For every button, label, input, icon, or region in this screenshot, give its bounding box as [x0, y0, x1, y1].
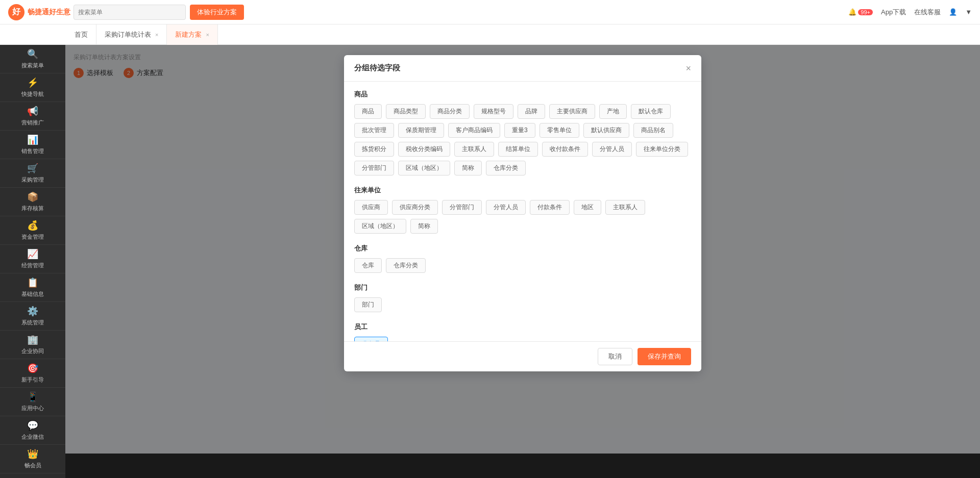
tab-purchase-stats-label: 采购订单统计表 — [105, 30, 151, 39]
chip-quality-mgmt[interactable]: 保质期管理 — [398, 123, 444, 138]
chip-mgmt-dept[interactable]: 分管部门 — [354, 161, 394, 175]
user-avatar[interactable]: 👤 — [949, 8, 957, 16]
sidebar-item-marketing-label: 营销推广 — [21, 119, 44, 127]
sidebar-item-guide[interactable]: 🎯 新手引导 — [0, 359, 65, 388]
chip-product-alias[interactable]: 商品别名 — [633, 123, 673, 138]
tab-new-scheme-close[interactable]: × — [206, 32, 209, 38]
chip-batch-mgmt[interactable]: 批次管理 — [354, 123, 394, 138]
section-transaction: 往来单位 供应商 供应商分类 分管部门 分管人员 付款条件 地区 主联系人 区域… — [354, 186, 691, 234]
modal-close-button[interactable]: × — [685, 64, 691, 73]
chip-wh-category[interactable]: 仓库分类 — [386, 258, 426, 273]
user-menu-toggle[interactable]: ▼ — [965, 8, 972, 16]
search-input[interactable] — [74, 5, 186, 20]
chip-commodity[interactable]: 商品 — [354, 104, 382, 119]
chip-tax-code[interactable]: 税收分类编码 — [398, 142, 450, 157]
sidebar-item-app-center[interactable]: 📱 应用中心 — [0, 388, 65, 416]
sidebar-item-search[interactable]: 🔍 搜索菜单 — [0, 45, 65, 73]
chip-brand[interactable]: 品牌 — [518, 104, 545, 119]
sidebar-item-wechat[interactable]: 💬 企业微信 — [0, 416, 65, 445]
section-product-chips: 商品 商品类型 商品分类 规格型号 品牌 主要供应商 产地 默认仓库 批次管理 … — [354, 104, 691, 175]
chip-primary-contact[interactable]: 主联系人 — [454, 142, 494, 157]
chip-short-name[interactable]: 简称 — [454, 161, 482, 175]
chip-manager[interactable]: 分管人员 — [592, 142, 632, 157]
sidebar-item-marketing[interactable]: 📢 营销推广 — [0, 102, 65, 131]
tab-new-scheme[interactable]: 新建方案 × — [167, 24, 217, 45]
chip-origin[interactable]: 产地 — [599, 104, 627, 119]
tab-home[interactable]: 首页 — [66, 24, 96, 45]
chip-customer-code[interactable]: 客户商品编码 — [448, 123, 500, 138]
chip-abbr[interactable]: 简称 — [410, 219, 438, 234]
sidebar-item-wechat-label: 企业微信 — [21, 433, 44, 441]
experience-btn[interactable]: 体验行业方案 — [190, 5, 244, 20]
chip-supplier[interactable]: 供应商 — [354, 200, 388, 215]
modal-footer: 取消 保存并查询 — [344, 341, 701, 371]
sidebar-item-app-center-label: 应用中心 — [21, 405, 44, 412]
tab-new-scheme-label: 新建方案 — [175, 30, 202, 39]
notification-badge: 99+ — [858, 9, 873, 15]
tab-purchase-stats[interactable]: 采购订单统计表 × — [96, 24, 167, 45]
online-service-link[interactable]: 在线客服 — [914, 8, 941, 17]
chip-product-type[interactable]: 商品类型 — [386, 104, 426, 119]
sidebar-item-member[interactable]: 👑 畅会员 — [0, 445, 65, 473]
field-select-modal: 分组待选字段 × 商品 商品 商品类型 商品分类 规格型号 品牌 主要供应商 产… — [344, 55, 701, 371]
chip-warehouse-category[interactable]: 仓库分类 — [486, 161, 526, 175]
section-department-chips: 部门 — [354, 297, 691, 312]
tab-purchase-stats-close[interactable]: × — [155, 32, 158, 38]
cancel-button[interactable]: 取消 — [598, 348, 632, 365]
system-icon: ⚙️ — [27, 306, 38, 317]
sidebar-item-inventory[interactable]: 📦 库存核算 — [0, 188, 65, 216]
sidebar-item-operation[interactable]: 📈 经营管理 — [0, 245, 65, 273]
chip-source-unit-category[interactable]: 往来单位分类 — [636, 142, 688, 157]
logo-icon: 好 — [8, 4, 24, 20]
chip-salesperson[interactable]: 业务员 — [354, 337, 388, 341]
app-download-link[interactable]: App下载 — [881, 8, 906, 17]
sidebar-item-finance[interactable]: 💰 资金管理 — [0, 216, 65, 245]
chip-payment-terms[interactable]: 收付款条件 — [542, 142, 588, 157]
search-icon: 🔍 — [27, 48, 38, 60]
section-warehouse: 仓库 仓库 仓库分类 — [354, 244, 691, 273]
chip-settlement-unit[interactable]: 结算单位 — [498, 142, 538, 157]
quick-nav-icon: ⚡ — [27, 77, 38, 88]
chip-dep[interactable]: 部门 — [354, 297, 382, 312]
chip-wh[interactable]: 仓库 — [354, 258, 382, 273]
chip-spec-type[interactable]: 规格型号 — [474, 104, 513, 119]
chip-retail-unit[interactable]: 零售单位 — [540, 123, 579, 138]
chip-main-contact[interactable]: 主联系人 — [605, 200, 645, 215]
chip-product-category[interactable]: 商品分类 — [430, 104, 470, 119]
chip-payment-condition[interactable]: 付款条件 — [530, 200, 570, 215]
chip-default-supplier[interactable]: 默认供应商 — [583, 123, 629, 138]
sidebar-item-guide-label: 新手引导 — [21, 376, 44, 384]
chip-supplier-category[interactable]: 供应商分类 — [392, 200, 438, 215]
sidebar-item-quick-nav[interactable]: ⚡ 快捷导航 — [0, 73, 65, 102]
sidebar: 🔍 搜索菜单 ⚡ 快捷导航 📢 营销推广 📊 销售管理 🛒 采购管理 📦 库存核… — [0, 45, 65, 478]
chip-region[interactable]: 地区 — [574, 200, 601, 215]
chip-dept[interactable]: 分管部门 — [442, 200, 482, 215]
chip-dept-manager[interactable]: 分管人员 — [486, 200, 526, 215]
chip-pickup-points[interactable]: 拣货积分 — [354, 142, 394, 157]
section-product-title: 商品 — [354, 90, 691, 99]
modal-overlay: 分组待选字段 × 商品 商品 商品类型 商品分类 规格型号 品牌 主要供应商 产… — [65, 45, 980, 478]
sidebar-item-basic[interactable]: 📋 基础信息 — [0, 273, 65, 302]
sidebar-item-sales[interactable]: 📊 销售管理 — [0, 131, 65, 159]
section-transaction-title: 往来单位 — [354, 186, 691, 195]
notification-area[interactable]: 🔔 99+ — [848, 8, 873, 16]
chip-area-region[interactable]: 区域（地区） — [354, 219, 406, 234]
chip-default-warehouse[interactable]: 默认仓库 — [631, 104, 671, 119]
confirm-button[interactable]: 保存并查询 — [638, 348, 691, 365]
sidebar-item-finance-label: 资金管理 — [21, 233, 44, 241]
modal-body: 商品 商品 商品类型 商品分类 规格型号 品牌 主要供应商 产地 默认仓库 批次… — [344, 82, 701, 341]
inventory-icon: 📦 — [27, 191, 38, 203]
chip-weight3[interactable]: 重量3 — [504, 123, 535, 138]
sidebar-item-system[interactable]: ⚙️ 系统管理 — [0, 302, 65, 331]
chip-main-supplier[interactable]: 主要供应商 — [549, 104, 595, 119]
chip-region-area[interactable]: 区域（地区） — [398, 161, 450, 175]
sidebar-item-purchase-label: 采购管理 — [21, 176, 44, 184]
wechat-icon: 💬 — [27, 420, 38, 431]
sidebar-item-purchase[interactable]: 🛒 采购管理 — [0, 159, 65, 188]
tab-home-label: 首页 — [75, 30, 88, 39]
section-department-title: 部门 — [354, 283, 691, 292]
member-icon: 👑 — [27, 448, 38, 460]
sidebar-item-inventory-label: 库存核算 — [21, 205, 44, 212]
sidebar-item-enterprise[interactable]: 🏢 企业协同 — [0, 331, 65, 359]
section-warehouse-title: 仓库 — [354, 244, 691, 253]
